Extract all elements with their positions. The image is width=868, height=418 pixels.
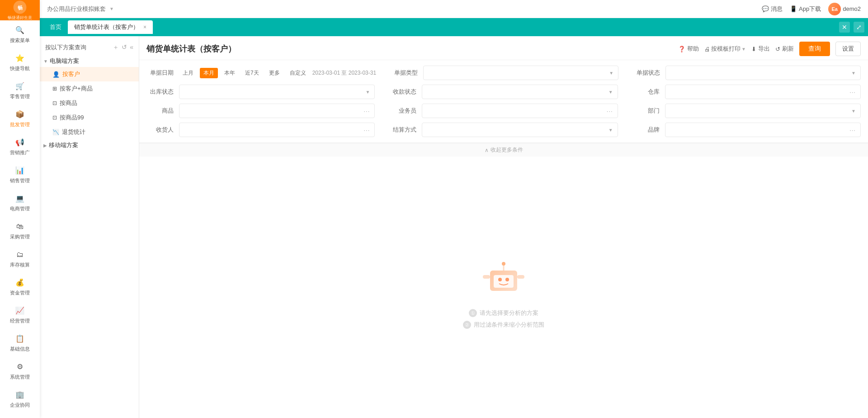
return-stats-icon: 📉	[52, 129, 59, 135]
out-status-chevron-icon: ▼	[365, 90, 370, 95]
scheme-item-return-stats[interactable]: 📉 退货统计	[40, 125, 139, 139]
by-goods-icon: ⊡	[52, 100, 57, 106]
scheme-item-by-customer[interactable]: 👤 按客户	[40, 67, 139, 81]
breadcrumb-text: 办公用品行业模拟账套	[47, 5, 106, 13]
hint-text-2: 用过滤条件来缩小分析范围	[474, 321, 544, 329]
settle-control[interactable]: ▼	[422, 123, 618, 137]
warehouse-control[interactable]: ···	[665, 85, 861, 99]
desktop-scheme-group[interactable]: ▼ 电脑端方案	[40, 55, 139, 67]
sidebar-item-wholesale[interactable]: 📦 批发管理	[0, 104, 40, 133]
message-icon: 💬	[762, 5, 769, 12]
message-label: 消息	[771, 5, 783, 13]
date-btn-more[interactable]: 更多	[265, 68, 283, 78]
operation-icon: 📈	[14, 305, 25, 316]
export-button[interactable]: ⬇ 导出	[751, 45, 770, 53]
goods-control[interactable]: ···	[179, 104, 375, 118]
sidebar-item-sales[interactable]: 📊 销售管理	[0, 161, 40, 189]
sales-icon: 📊	[14, 165, 25, 176]
app-download-nav-item[interactable]: 📱 App下载	[790, 5, 821, 13]
doc-status-control[interactable]: ▼	[665, 66, 861, 80]
date-btn-this-month[interactable]: 本月	[200, 68, 218, 78]
sidebar-label-retail: 零售管理	[10, 93, 30, 100]
scheme-item-by-goods[interactable]: ⊡ 按商品	[40, 96, 139, 110]
marketing-icon: 📢	[14, 137, 25, 148]
sidebar-item-finance[interactable]: 💰 资金管理	[0, 273, 40, 301]
scheme-item-by-customer-goods[interactable]: ⊞ 按客户+商品	[40, 81, 139, 96]
pay-status-control[interactable]: ▼	[422, 85, 618, 99]
mobile-group-label: 移动端方案	[49, 141, 78, 149]
svg-point-5	[498, 278, 502, 281]
doc-type-control[interactable]: ▼	[423, 66, 618, 80]
tab-bar: 首页 销货单统计表（按客户） × ✕ ⤢	[40, 18, 868, 36]
empty-illustration	[476, 246, 531, 300]
date-btn-last-month[interactable]: 上月	[179, 68, 197, 78]
receiver-label: 收货人	[146, 126, 174, 134]
salesman-label: 业务员	[389, 107, 416, 115]
tab-close-icon[interactable]: ×	[143, 24, 146, 30]
out-status-control[interactable]: ▼	[179, 85, 375, 99]
user-nav-item[interactable]: Ea demo2	[828, 3, 861, 15]
sidebar-item-search-menu[interactable]: 🔍 搜索菜单	[0, 20, 40, 48]
window-maximize-button[interactable]: ⤢	[854, 22, 864, 33]
sidebar-item-operation[interactable]: 📈 经营管理	[0, 301, 40, 329]
date-btn-this-year[interactable]: 本年	[221, 68, 239, 78]
settings-button[interactable]: 设置	[835, 42, 861, 56]
sidebar-item-newuser[interactable]: 🎯 新手引导	[0, 413, 40, 418]
sidebar-label-system: 系统管理	[10, 374, 30, 380]
collapse-scheme-icon[interactable]: «	[130, 43, 133, 52]
page-actions: ❓ 帮助 🖨 按模板打印 ▼ ⬇ 导出 ↺ 刷新	[678, 42, 861, 56]
collapse-filters-button[interactable]: ∧ 收起更多条件	[139, 143, 868, 157]
sidebar-label-quick-nav: 快捷导航	[10, 65, 30, 72]
salesman-control[interactable]: ···	[422, 104, 618, 118]
window-close-button[interactable]: ✕	[839, 22, 850, 33]
right-panel: 销货单统计表（按客户） ❓ 帮助 🖨 按模板打印 ▼ ⬇ 导出	[139, 36, 868, 418]
scheme-item-by-goods-99[interactable]: ⊡ 按商品99	[40, 110, 139, 125]
mobile-scheme-group[interactable]: ▶ 移动端方案	[40, 139, 139, 151]
receiver-control[interactable]: ···	[179, 123, 375, 137]
scheme-label-by-goods: 按商品	[60, 99, 77, 107]
sidebar-item-system[interactable]: ⚙ 系统管理	[0, 357, 40, 385]
sidebar-item-inventory[interactable]: 🗂 库存核算	[0, 245, 40, 273]
message-nav-item[interactable]: 💬 消息	[762, 5, 783, 13]
svg-text:畅: 畅	[18, 5, 23, 10]
sidebar-item-retail[interactable]: 🛒 零售管理	[0, 76, 40, 104]
salesman-dots-icon: ···	[607, 108, 613, 114]
svg-point-8	[502, 262, 505, 266]
close-win-icon: ✕	[842, 24, 847, 31]
date-btn-7days[interactable]: 近7天	[241, 68, 263, 78]
tab-home[interactable]: 首页	[43, 20, 68, 34]
add-scheme-icon[interactable]: ＋	[113, 43, 119, 52]
refresh-label: 刷新	[782, 45, 794, 53]
filter-row-2: 出库状态 ▼ 收款状态 ▼ 仓库 ···	[146, 85, 861, 99]
query-button[interactable]: 查询	[799, 42, 830, 56]
warehouse-dots-icon: ···	[849, 89, 856, 95]
print-button[interactable]: 🖨 按模板打印 ▼	[704, 45, 746, 53]
sidebar-item-basic[interactable]: 📋 基础信息	[0, 329, 40, 357]
date-btn-custom[interactable]: 自定义	[286, 68, 310, 78]
top-nav: 办公用品行业模拟账套 ▼ 💬 消息 📱 App下载 Ea demo2	[40, 0, 868, 18]
tab-active[interactable]: 销货单统计表（按客户） ×	[68, 20, 153, 34]
pay-status-label: 收款状态	[389, 88, 416, 96]
goods-dots-icon: ···	[363, 108, 370, 114]
sidebar-item-ecommerce[interactable]: 💻 电商管理	[0, 189, 40, 217]
export-label: 导出	[758, 45, 770, 53]
export-icon: ⬇	[751, 46, 756, 52]
ecommerce-icon: 💻	[14, 193, 25, 204]
breadcrumb-chevron-icon: ▼	[109, 6, 114, 11]
refresh-button[interactable]: ↺ 刷新	[775, 45, 794, 53]
help-button[interactable]: ❓ 帮助	[678, 45, 699, 53]
brand-control[interactable]: ···	[665, 123, 861, 137]
filter-row-1: 单据日期 上月 本月 本年 近7天 更多 自定义 2023-03-01 至 20…	[146, 66, 861, 80]
search-menu-icon: 🔍	[14, 25, 25, 36]
sidebar-item-marketing[interactable]: 📢 营销推广	[0, 133, 40, 161]
sidebar-label-inventory: 库存核算	[10, 261, 30, 268]
sidebar-item-purchase[interactable]: 🛍 采购管理	[0, 217, 40, 245]
date-range-display: 2023-03-01 至 2023-03-31	[312, 69, 376, 77]
dept-control[interactable]: ▼	[665, 104, 861, 118]
refresh-scheme-icon[interactable]: ↺	[122, 43, 127, 52]
sidebar-item-quick-nav[interactable]: ⭐ 快捷导航	[0, 48, 40, 76]
sidebar-label-sales: 销售管理	[10, 177, 30, 184]
settle-label: 结算方式	[389, 126, 416, 134]
sidebar-item-enterprise[interactable]: 🏢 企业协同	[0, 385, 40, 413]
maximize-icon: ⤢	[856, 24, 862, 31]
